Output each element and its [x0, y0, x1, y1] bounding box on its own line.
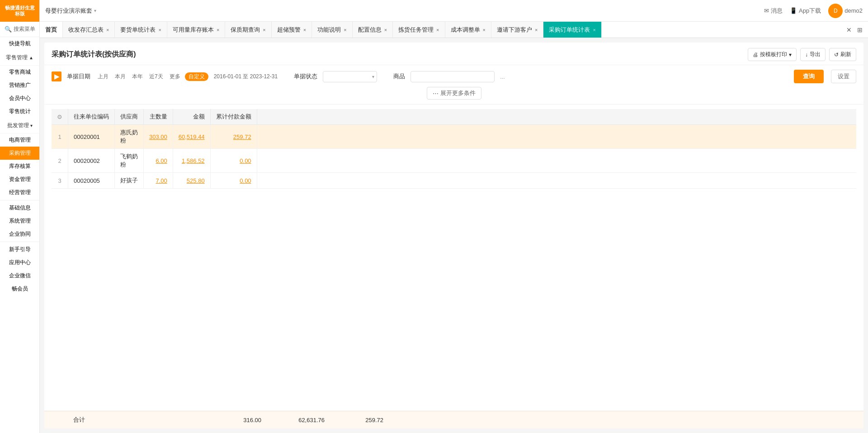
print-arrow-icon: ▾: [789, 52, 792, 58]
tab-keyongliang[interactable]: 可用量库存账本 ×: [167, 22, 225, 38]
close-icon[interactable]: ×: [436, 27, 439, 33]
filter-expand-button[interactable]: ▶: [52, 71, 61, 81]
query-button[interactable]: 查询: [794, 70, 824, 83]
tab-chengben[interactable]: 成本调整单 ×: [445, 22, 491, 38]
tab-yaohuo[interactable]: 要货单统计表 ×: [115, 22, 167, 38]
sidebar-item-basic[interactable]: 基础信息: [0, 201, 39, 214]
row-spacer: [257, 149, 856, 173]
sidebar-item-member2[interactable]: 畅会员: [0, 282, 39, 295]
status-select[interactable]: [323, 71, 377, 82]
table-footer: 合计 316.00 62,631.76 259.72: [44, 411, 863, 428]
close-icon[interactable]: ×: [217, 27, 219, 33]
close-icon[interactable]: ×: [344, 27, 346, 33]
user-profile-button[interactable]: D demo2: [828, 4, 863, 18]
row-spacer: [257, 125, 856, 149]
main-area: 母婴行业演示账套 ▾ ✉ 消息 📱 App下载 D demo2: [40, 0, 868, 433]
sidebar-item-ecommerce[interactable]: 电商管理: [0, 133, 39, 147]
goods-input[interactable]: [410, 71, 495, 82]
row-amount[interactable]: 1,586.52: [173, 149, 210, 173]
row-paid[interactable]: 0.00: [210, 173, 257, 189]
sidebar-item-wechat[interactable]: 企业微信: [0, 269, 39, 282]
shortcut-last-month[interactable]: 上月: [96, 72, 110, 81]
row-amount[interactable]: 60,519.44: [173, 125, 210, 149]
sidebar-item-finance[interactable]: 资金管理: [0, 173, 39, 186]
tab-zhahuo[interactable]: 拣货任务管理 ×: [393, 22, 445, 38]
table-row[interactable]: 3 00020005 好孩子 7.00 525.80 0.00: [52, 173, 856, 189]
expand-more-button[interactable]: ⋯ 展开更多条件: [427, 87, 481, 100]
sidebar-item-operation[interactable]: 经营管理: [0, 186, 39, 199]
workspace-selector[interactable]: 母婴行业演示账套 ▾: [45, 7, 96, 15]
row-amount[interactable]: 525.80: [173, 173, 210, 189]
tab-caigou[interactable]: 采购订单统计表 ×: [543, 22, 601, 38]
shortcut-this-month[interactable]: 本月: [113, 72, 127, 81]
sidebar-item-retail-stat[interactable]: 零售统计: [0, 105, 39, 118]
tab-peizhi[interactable]: 配置信息 ×: [353, 22, 393, 38]
row-paid[interactable]: 0.00: [210, 149, 257, 173]
message-label: 消息: [771, 7, 783, 15]
refresh-button[interactable]: ↺ 刷新: [829, 48, 856, 61]
shortcut-this-year[interactable]: 本年: [130, 72, 145, 81]
tab-home[interactable]: 首页: [40, 22, 63, 38]
close-icon[interactable]: ×: [106, 27, 109, 33]
row-paid[interactable]: 259.72: [210, 125, 257, 149]
close-icon[interactable]: ×: [483, 27, 486, 33]
close-icon[interactable]: ×: [158, 27, 161, 33]
sidebar-item-inventory[interactable]: 库存核算: [0, 160, 39, 173]
expand-tab-button[interactable]: ⊞: [855, 25, 864, 34]
goods-filter-label: 商品: [393, 72, 405, 81]
print-button[interactable]: 🖨 按模板打印 ▾: [748, 48, 797, 61]
sidebar-item-system[interactable]: 系统管理: [0, 214, 39, 228]
row-qty[interactable]: 7.00: [144, 173, 173, 189]
status-filter-label: 单据状态: [294, 72, 317, 81]
message-button[interactable]: ✉ 消息: [764, 7, 783, 15]
shortcut-more[interactable]: 更多: [168, 72, 182, 81]
data-table: ⚙ 往来单位编码 供应商 主数量 金额 累计付款金额 1 00020001: [52, 109, 856, 189]
table-row[interactable]: 2 00020002 飞鹤奶粉 6.00 1,586.52 0.00: [52, 149, 856, 173]
tab-yaoqing-label: 邀请下游客户: [497, 26, 532, 34]
table-area: ⚙ 往来单位编码 供应商 主数量 金额 累计付款金额 1 00020001: [44, 105, 863, 411]
tab-baozhiqi[interactable]: 保质期查询 ×: [225, 22, 271, 38]
sidebar-item-appstore[interactable]: 应用中心: [0, 256, 39, 269]
filter-row-1: ▶ 单据日期 上月 本月 本年 近7天 更多 自定义 2016-01-01 至 …: [52, 70, 856, 83]
goods-more-icon[interactable]: ...: [500, 73, 505, 80]
footer-qty: 316.00: [225, 417, 261, 423]
close-icon[interactable]: ×: [263, 27, 265, 33]
settings-button[interactable]: 设置: [831, 70, 856, 83]
sidebar-item-purchase[interactable]: 采购管理: [0, 147, 39, 160]
gear-icon[interactable]: ⚙: [57, 114, 62, 120]
sidebar-item-marketing[interactable]: 营销推广: [0, 79, 39, 92]
status-select-wrapper: [323, 71, 377, 82]
table-row[interactable]: 1 00020001 惠氏奶粉 303.00 60,519.44 259.72: [52, 125, 856, 149]
tab-gongneng[interactable]: 功能说明 ×: [312, 22, 352, 38]
close-icon[interactable]: ×: [303, 27, 306, 33]
col-paid: 累计付款金额: [210, 109, 257, 125]
sidebar-item-wholesale[interactable]: 批发管理 ▾: [0, 118, 39, 133]
sidebar-item-member[interactable]: 会员中心: [0, 92, 39, 105]
tab-shoufayuhui-label: 收发存汇总表: [68, 26, 104, 34]
search-menu-item[interactable]: 🔍 搜索菜单: [0, 22, 39, 37]
sidebar-item-newbie[interactable]: 新手引导: [0, 243, 39, 256]
tab-shoufayuhui[interactable]: 收发存汇总表 ×: [63, 22, 115, 38]
sidebar-item-corp[interactable]: 企业协同: [0, 228, 39, 241]
tab-chaochuyujing[interactable]: 超储预警 ×: [272, 22, 312, 38]
avatar-initial: D: [834, 8, 838, 14]
close-icon[interactable]: ×: [535, 27, 538, 33]
close-tab-button[interactable]: ✕: [844, 25, 854, 34]
user-name: demo2: [844, 7, 863, 14]
app-download-button[interactable]: 📱 App下载: [790, 7, 821, 15]
logo-line2: 标版: [5, 11, 35, 17]
date-filter-label: 单据日期: [67, 72, 90, 81]
sidebar-item-retail[interactable]: 零售管理 ▲: [0, 50, 39, 66]
close-icon[interactable]: ×: [593, 27, 595, 33]
row-qty[interactable]: 6.00: [144, 149, 173, 173]
row-qty[interactable]: 303.00: [144, 125, 173, 149]
tab-yaoqing[interactable]: 邀请下游客户 ×: [491, 22, 543, 38]
filter-bar: ▶ 单据日期 上月 本月 本年 近7天 更多 自定义 2016-01-01 至 …: [44, 65, 863, 105]
export-button[interactable]: ↓ 导出: [800, 48, 826, 61]
close-icon[interactable]: ×: [384, 27, 387, 33]
sidebar-item-retail-mall[interactable]: 零售商城: [0, 66, 39, 79]
col-supplier: 供应商: [115, 109, 144, 125]
custom-date-badge[interactable]: 自定义: [185, 72, 208, 81]
shortcut-7days[interactable]: 近7天: [147, 72, 165, 81]
sidebar-item-shortcut[interactable]: 快捷导航: [0, 37, 39, 50]
